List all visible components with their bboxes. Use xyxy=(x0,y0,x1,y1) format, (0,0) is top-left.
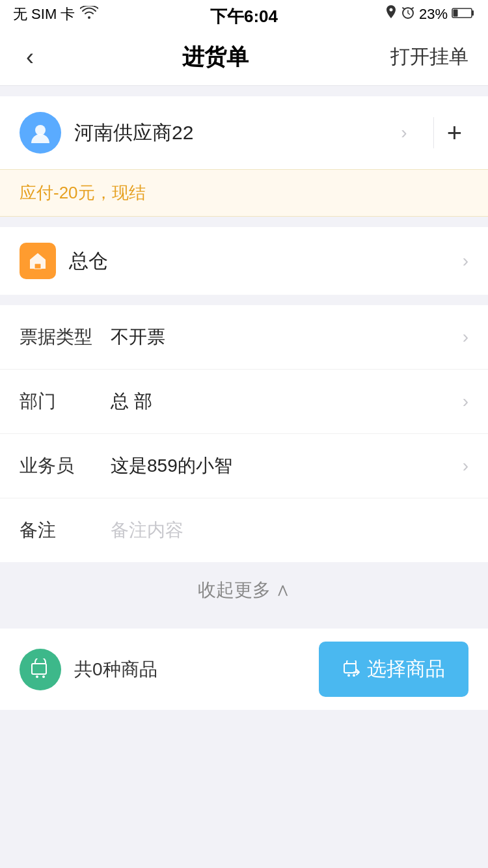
location-icon xyxy=(385,5,397,23)
add-supplier-button[interactable]: + xyxy=(441,118,468,148)
warehouse-icon xyxy=(20,243,56,279)
svg-rect-3 xyxy=(454,10,458,17)
salesperson-row[interactable]: 业务员 这是859的小智 › xyxy=(0,434,488,498)
bottom-bar: 共0种商品 选择商品 xyxy=(0,629,488,710)
product-count: 共0种商品 xyxy=(74,657,319,682)
status-bar: 无 SIM 卡 下午6:04 23% xyxy=(0,0,488,29)
wifi-icon xyxy=(80,6,98,23)
warehouse-card[interactable]: 总仓 › xyxy=(0,227,488,295)
collapse-label: 收起更多 ∧ xyxy=(198,578,291,603)
supplier-chevron-icon: › xyxy=(401,122,407,143)
svg-point-9 xyxy=(42,675,45,678)
alarm-icon xyxy=(401,5,415,23)
page-title: 进货单 xyxy=(182,42,249,72)
battery-icon xyxy=(452,6,475,23)
svg-point-4 xyxy=(35,125,46,135)
salesperson-value: 这是859的小智 xyxy=(98,454,463,478)
select-product-label: 选择商品 xyxy=(367,656,445,683)
invoice-type-label: 票据类型 xyxy=(20,325,98,349)
invoice-type-chevron: › xyxy=(463,327,468,347)
salesperson-label: 业务员 xyxy=(20,454,98,478)
supplier-avatar xyxy=(20,112,61,154)
cart-icon xyxy=(20,649,61,690)
carrier-label: 无 SIM 卡 xyxy=(13,5,75,24)
gray-area xyxy=(0,710,488,868)
invoice-type-row[interactable]: 票据类型 不开票 › xyxy=(0,305,488,370)
collapse-button[interactable]: 收起更多 ∧ xyxy=(0,562,488,618)
svg-rect-2 xyxy=(472,10,474,16)
salesperson-chevron: › xyxy=(463,455,468,476)
remark-row[interactable]: 备注 备注内容 xyxy=(0,498,488,562)
svg-point-12 xyxy=(353,674,355,677)
department-label: 部门 xyxy=(20,389,98,414)
remark-input[interactable]: 备注内容 xyxy=(98,518,468,543)
invoice-type-value: 不开票 xyxy=(98,325,463,349)
battery-label: 23% xyxy=(419,6,448,23)
supplier-name: 河南供应商22 xyxy=(74,120,401,146)
svg-rect-7 xyxy=(32,664,46,674)
supplier-row[interactable]: 河南供应商22 › + xyxy=(0,96,488,169)
remark-label: 备注 xyxy=(20,518,98,543)
nav-bar: ‹ 进货单 打开挂单 xyxy=(0,29,488,86)
top-spacer xyxy=(0,86,488,96)
svg-point-11 xyxy=(347,674,350,677)
open-pending-button[interactable]: 打开挂单 xyxy=(390,44,468,70)
status-right: 23% xyxy=(385,5,475,23)
divider xyxy=(433,117,434,148)
svg-point-8 xyxy=(36,675,38,678)
svg-rect-10 xyxy=(344,664,356,673)
select-product-button[interactable]: 选择商品 xyxy=(319,642,468,697)
status-time: 下午6:04 xyxy=(210,5,278,28)
department-value: 总 部 xyxy=(98,389,463,414)
notice-bar: 应付-20元，现结 xyxy=(0,169,488,217)
status-left: 无 SIM 卡 xyxy=(13,5,98,24)
supplier-card: 河南供应商22 › + 应付-20元，现结 xyxy=(0,96,488,217)
warehouse-chevron-icon: › xyxy=(463,251,468,271)
back-button[interactable]: ‹ xyxy=(20,37,40,77)
form-section: 票据类型 不开票 › 部门 总 部 › 业务员 这是859的小智 › 备注 备注… xyxy=(0,305,488,562)
svg-rect-5 xyxy=(34,264,41,269)
warehouse-name: 总仓 xyxy=(69,248,463,275)
department-chevron: › xyxy=(463,391,468,412)
department-row[interactable]: 部门 总 部 › xyxy=(0,370,488,434)
